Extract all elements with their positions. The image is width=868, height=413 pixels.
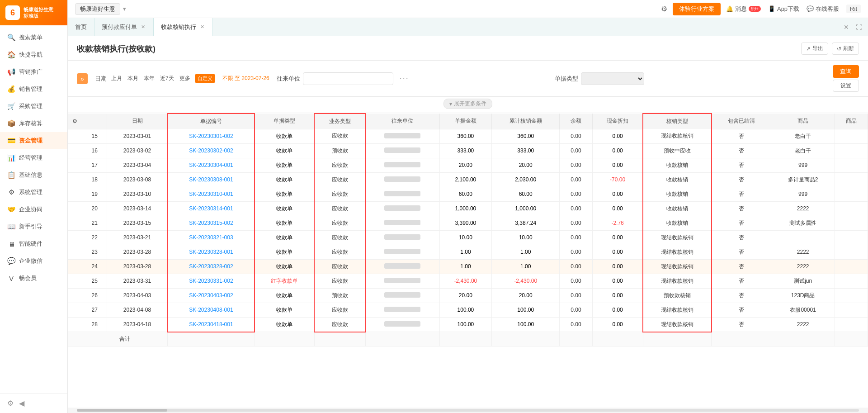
date-custom-btn[interactable]: 自定义 [195,74,215,83]
page-actions: ↗ 导出 ↺ 刷新 [801,43,859,55]
cell-cancel-type: 现结收款核销 [643,317,712,332]
cell-doc-type: 收款单 [255,172,314,187]
cell-accum-amount: 20.00 [492,288,560,303]
col-include-cleared: 包含已结清 [712,114,771,129]
tab-prepay-close[interactable]: ✕ [140,24,146,30]
query-button[interactable]: 查询 [833,65,859,78]
cell-cancel-type: 收款核销 [643,158,712,172]
cell-unit [365,274,439,288]
sidebar-item-inventory[interactable]: 📦 库存核算 [0,115,67,132]
cell-biz-type: 预收款 [314,288,365,303]
filter-toggle-button[interactable]: » [77,73,88,84]
sidebar-item-finance[interactable]: 💳 资金管理 [0,132,67,149]
date-7days[interactable]: 近7天 [158,74,176,83]
cell-balance: 0.00 [560,187,593,201]
sidebar-item-purchase[interactable]: 🛒 采购管理 [0,98,67,115]
doc-no-link[interactable]: SK-20230408-001 [189,307,233,313]
refresh-button[interactable]: ↺ 刷新 [832,43,859,55]
expand-conditions-button[interactable]: ▾ 展开更多条件 [443,99,492,109]
tab-prepay[interactable]: 预付款应付单 ✕ [94,18,154,36]
doc-no-link[interactable]: SK-20230308-001 [189,176,233,183]
doc-no-link[interactable]: SK-20230403-002 [189,292,233,299]
cell-goods2 [835,245,868,259]
settings-button[interactable]: 设置 [833,80,859,92]
cell-date: 2023-03-04 [107,158,168,172]
cell-cash-discount: 0.00 [592,187,643,201]
col-settings[interactable]: ⚙ [68,114,82,129]
sidebar-item-vip[interactable]: V 畅会员 [0,270,67,287]
col-goods2: 商品 [835,114,868,129]
cell-cash-discount: 0.00 [592,259,643,274]
col-no [82,114,107,129]
type-select[interactable] [581,72,644,85]
cell-cancel-type: 预收中应收 [643,143,712,158]
user-name[interactable]: Rit [846,5,861,13]
col-balance: 余额 [560,114,593,129]
sidebar-item-sales[interactable]: 💰 销售管理 [0,81,67,98]
tab-expand-icon[interactable]: ⛶ [854,22,864,33]
col-doc-no: 单据编号 [168,114,255,129]
cell-include-cleared: 否 [712,172,771,187]
sidebar-item-corp[interactable]: 🤝 企业协同 [0,201,67,218]
export-button[interactable]: ↗ 导出 [801,43,828,55]
sidebar-item-quicknav[interactable]: 🏠 快捷导航 [0,46,67,63]
scrollbar-thumb[interactable] [77,409,167,412]
date-more[interactable]: 更多 [178,74,192,83]
online-service-button[interactable]: 💬 在线客服 [807,5,839,13]
workspace-selector[interactable]: 畅康道好生意 ▾ [75,3,656,15]
tab-collection-close[interactable]: ✕ [199,24,205,30]
notification-button[interactable]: 🔔 消息 99+ [726,5,761,13]
type-filter-group: 单据类型 [555,72,826,85]
doc-no-link[interactable]: SK-20230302-002 [189,147,233,154]
doc-no-link[interactable]: SK-20230304-001 [189,162,233,168]
doc-no-link[interactable]: SK-20230315-002 [189,220,233,226]
total-balance [560,332,593,347]
cell-biz-type: 应收款 [314,274,365,288]
cell-balance: 0.00 [560,216,593,230]
unit-filter-label: 往来单位 [277,75,300,83]
cell-unit [365,288,439,303]
sidebar-item-label: 经营管理 [19,154,42,162]
bell-icon: 🔔 [726,5,733,12]
date-last-month[interactable]: 上月 [109,74,124,83]
sidebar-item-basic[interactable]: 📋 基础信息 [0,166,67,184]
cell-cash-discount: 0.00 [592,245,643,259]
doc-no-link[interactable]: SK-20230310-001 [189,191,233,197]
doc-no-link[interactable]: SK-20230321-003 [189,234,233,241]
sidebar-item-wechat[interactable]: 💬 企业微信 [0,252,67,270]
tab-collection[interactable]: 收款核销执行 ✕ [154,18,213,36]
refresh-icon: ↺ [837,46,841,52]
cell-no: 17 [82,158,107,172]
sidebar-item-system[interactable]: ⚙ 系统管理 [0,184,67,201]
topbar-gear-icon[interactable]: ⚙ [661,5,667,13]
doc-no-link[interactable]: SK-20230328-002 [189,263,233,270]
sidebar-item-label: 销售管理 [19,85,42,93]
sidebar-item-guide[interactable]: 📖 新手引导 [0,218,67,235]
collapse-icon[interactable]: ◀ [19,399,24,408]
solution-button[interactable]: 体验行业方案 [673,3,721,15]
sidebar-item-search[interactable]: 🔍 搜索菜单 [0,29,67,46]
tab-home[interactable]: 首页 [68,18,94,36]
doc-no-link[interactable]: SK-20230301-002 [189,133,233,139]
date-this-month[interactable]: 本月 [126,74,140,83]
doc-no-link[interactable]: SK-20230418-001 [189,321,233,328]
doc-no-link[interactable]: SK-20230328-001 [189,249,233,255]
sidebar-item-marketing[interactable]: 📢 营销推广 [0,63,67,81]
cell-date: 2023-04-18 [107,317,168,332]
doc-no-link[interactable]: SK-20230314-001 [189,205,233,212]
doc-no-link[interactable]: SK-20230331-002 [189,278,233,284]
sidebar-item-label: 营销推广 [19,68,42,76]
unit-input[interactable] [303,72,393,85]
sidebar-item-hardware[interactable]: 🖥 智能硬件 [0,235,67,252]
cell-no: 19 [82,187,107,201]
cell-accum-amount: 1,000.00 [492,201,560,216]
sidebar-item-operation[interactable]: 📊 经营管理 [0,149,67,166]
settings-icon[interactable]: ⚙ [7,399,14,408]
app-download-button[interactable]: 📱 App下载 [768,5,799,13]
cell-cancel-type: 现结收款核销 [643,129,712,143]
cell-goods: 老白干 [771,129,835,143]
sidebar-item-label: 智能硬件 [19,240,42,248]
cell-doc-type: 收款单 [255,230,314,245]
tab-close-all-icon[interactable]: ✕ [841,22,852,33]
date-this-year[interactable]: 本年 [142,74,156,83]
